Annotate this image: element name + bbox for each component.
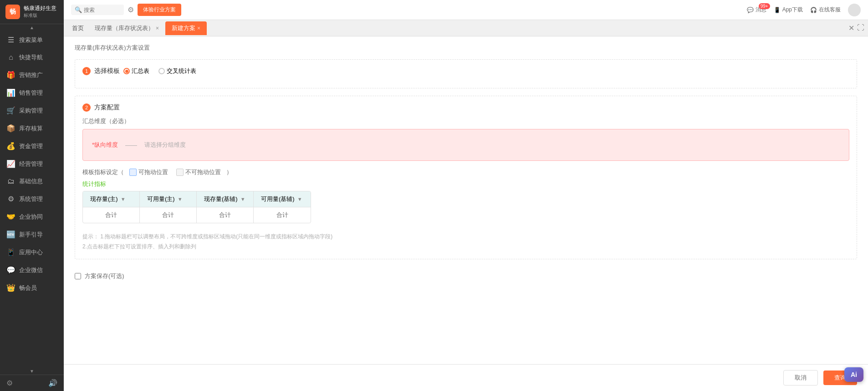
tab-maximize-icon[interactable]: ⛶ (857, 24, 864, 32)
search-box[interactable]: 🔍 (71, 5, 124, 15)
stats-col-3[interactable]: 可用量(基辅) ▼ (254, 191, 311, 207)
save-checkbox[interactable] (75, 273, 81, 279)
content-area: 现存量(库存状况表)方案设置 1 选择模板 汇总表 交叉统计表 (64, 36, 868, 364)
sidebar-scroll-up[interactable]: ▲ (0, 24, 64, 31)
stats-col-2[interactable]: 现存量(基辅) ▼ (197, 191, 254, 207)
tab-inventory-close-icon[interactable]: × (156, 25, 159, 31)
sidebar-item-purchase[interactable]: 🛒 采购管理 (0, 102, 64, 119)
sidebar-item-label: 系统管理 (19, 195, 43, 203)
sidebar-scroll-down[interactable]: ▼ (0, 368, 64, 375)
sidebar-item-search-menu[interactable]: ☰ 搜索菜单 (0, 31, 64, 49)
avatar[interactable] (848, 4, 861, 16)
sidebar-item-cooperation[interactable]: 🤝 企业协同 (0, 208, 64, 226)
stats-table-header-row: 现存量(主) ▼ 可用量(主) ▼ 现存量(基辅) ▼ 可用量(基辅) (83, 191, 311, 207)
tab-close-all-icon[interactable]: ✕ (848, 24, 854, 32)
settings-icon[interactable]: ⚙ (6, 379, 13, 387)
sidebar-item-label: 采购管理 (19, 107, 43, 115)
section2-num: 2 (82, 103, 91, 112)
radio-summary[interactable]: 汇总表 (123, 67, 149, 75)
stats-table: 现存量(主) ▼ 可用量(主) ▼ 现存量(基辅) ▼ 可用量(基辅) (82, 191, 311, 223)
message-count: 99+ (759, 3, 770, 9)
sidebar-item-label: 企业微信 (19, 266, 43, 274)
guide-icon: 🆕 (6, 230, 15, 239)
section1-header: 1 选择模板 汇总表 交叉统计表 (82, 67, 849, 75)
cooperation-icon: 🤝 (6, 212, 15, 221)
radio-cross-circle (158, 68, 165, 74)
quick-nav-icon: ⌂ (6, 53, 15, 62)
stats-col-3-label: 可用量(基辅) (261, 195, 295, 203)
online-service-area[interactable]: 🎧 在线客服 (810, 6, 841, 14)
movable-badge-icon (129, 169, 137, 176)
indicator-label-prefix: 模板指标设定（ (82, 168, 124, 176)
indicator-fixed-label: 不可拖动位置 (185, 168, 221, 176)
main-area: 🔍 ⚙ 体验行业方案 💬 消息 99+ 📱 App下载 🎧 在线客服 (64, 0, 868, 391)
sidebar-item-marketing[interactable]: 🎁 营销推广 (0, 66, 64, 84)
tab-new-scheme-close-icon[interactable]: × (197, 25, 200, 31)
save-label: 方案保存(可选) (85, 272, 124, 280)
search-input[interactable] (84, 7, 120, 13)
sidebar-item-sales[interactable]: 📊 销售管理 (0, 84, 64, 102)
stats-col-0[interactable]: 现存量(主) ▼ (83, 191, 140, 207)
dimension-separator: —— (125, 142, 137, 149)
sidebar-item-label: 新手引导 (19, 231, 43, 239)
system-icon: ⚙ (6, 195, 15, 203)
sidebar-item-quick-nav[interactable]: ⌂ 快捷导航 (0, 49, 64, 66)
chevron-down-icon-1[interactable]: ▼ (178, 196, 183, 202)
sidebar-item-operations[interactable]: 📈 经营管理 (0, 155, 64, 173)
cancel-button[interactable]: 取消 (783, 370, 818, 386)
speaker-icon[interactable]: 🔊 (48, 379, 57, 387)
operations-icon: 📈 (6, 159, 15, 168)
sidebar-item-apps[interactable]: 📱 应用中心 (0, 243, 64, 261)
sidebar-item-basic-info[interactable]: 🗂 基础信息 (0, 173, 64, 190)
sidebar-item-label: 营销推广 (19, 71, 43, 79)
stats-col-0-label: 现存量(主) (90, 195, 118, 203)
radio-summary-circle (123, 68, 130, 74)
chevron-down-icon-2[interactable]: ▼ (240, 196, 245, 202)
sidebar-item-wechat[interactable]: 💬 企业微信 (0, 261, 64, 279)
online-service-label: 在线客服 (819, 6, 841, 14)
search-icon: 🔍 (75, 6, 82, 13)
section1-title: 选择模板 (94, 67, 120, 75)
sidebar: 畅 畅康通好生意 标准版 ▲ ☰ 搜索菜单 ⌂ 快捷导航 🎁 营销推广 📊 销售… (0, 0, 64, 391)
stats-col-1[interactable]: 可用量(主) ▼ (140, 191, 197, 207)
service-icon: 🎧 (810, 7, 817, 13)
sidebar-item-finance[interactable]: 💰 资金管理 (0, 137, 64, 155)
section-template: 1 选择模板 汇总表 交叉统计表 (75, 59, 857, 88)
tip-line-0: 提示： 1.拖动标题栏可以调整布局，不可跨维度或指标区域拖动(只能在同一维度或指… (82, 232, 849, 242)
finance-icon: 💰 (6, 142, 15, 150)
save-row: 方案保存(可选) (75, 267, 857, 286)
dimension-area[interactable]: *纵向维度 —— 请选择分组维度 (82, 129, 849, 161)
radio-cross[interactable]: 交叉统计表 (158, 67, 196, 75)
sidebar-item-label: 企业协同 (19, 213, 43, 221)
indicator-movable-label: 可拖动位置 (138, 168, 168, 176)
indicator-label-row: 模板指标设定（ 可拖动位置 不可拖动位置 ） (82, 168, 849, 176)
chevron-down-icon-0[interactable]: ▼ (121, 196, 126, 202)
message-badge-area[interactable]: 💬 消息 99+ (747, 6, 766, 14)
sidebar-item-label: 畅会员 (19, 284, 37, 292)
ai-float-button[interactable]: Ai (844, 367, 863, 382)
stats-section-label: 统计指标 (82, 180, 849, 188)
tab-home[interactable]: 首页 (67, 21, 88, 35)
sidebar-item-label: 经营管理 (19, 160, 43, 168)
topbar: 🔍 ⚙ 体验行业方案 💬 消息 99+ 📱 App下载 🎧 在线客服 (64, 0, 868, 20)
sidebar-item-inventory[interactable]: 📦 库存核算 (0, 119, 64, 137)
trial-btn[interactable]: 体验行业方案 (138, 4, 181, 16)
sidebar-item-guide[interactable]: 🆕 新手引导 (0, 226, 64, 243)
sidebar-item-system[interactable]: ⚙ 系统管理 (0, 190, 64, 208)
tab-new-scheme[interactable]: 新建方案 × (165, 21, 207, 35)
tab-inventory-status[interactable]: 现存量（库存状况表） × (88, 21, 165, 35)
section2-header: 2 方案配置 (82, 103, 849, 112)
sidebar-bottom: ⚙ 🔊 (0, 375, 64, 391)
app-download-area[interactable]: 📱 App下载 (774, 6, 803, 14)
template-radio-group: 汇总表 交叉统计表 (123, 67, 196, 75)
tab-new-scheme-label: 新建方案 (172, 24, 195, 32)
app-download-label: App下载 (782, 6, 803, 14)
footer: 取消 查询 (64, 364, 868, 391)
chevron-down-icon-3[interactable]: ▼ (297, 196, 302, 202)
wechat-icon: 💬 (6, 266, 15, 274)
dimension-placeholder: 请选择分组维度 (144, 141, 186, 149)
app-download-icon: 📱 (774, 7, 781, 13)
tabbar: 首页 现存量（库存状况表） × 新建方案 × ✕ ⛶ (64, 20, 868, 36)
gear-icon[interactable]: ⚙ (128, 5, 134, 14)
sidebar-item-vip[interactable]: 👑 畅会员 (0, 279, 64, 297)
